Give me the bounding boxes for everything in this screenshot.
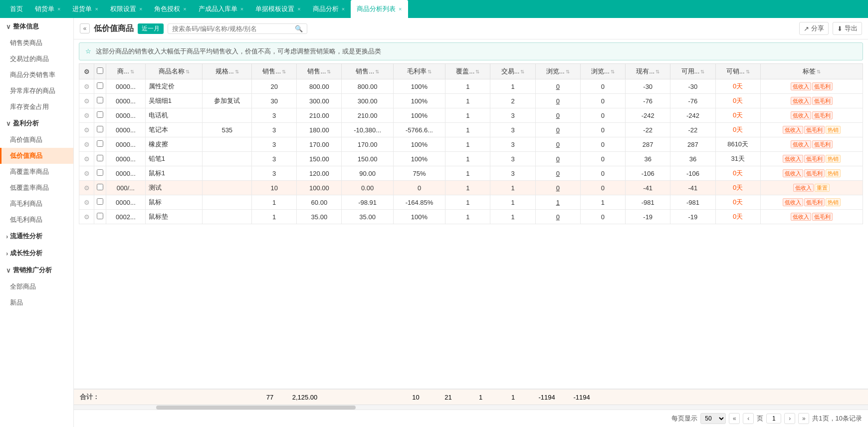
first-page-button[interactable]: «	[729, 413, 740, 424]
page-input[interactable]	[766, 414, 781, 424]
col-coverage[interactable]: 覆盖...⇅	[445, 64, 490, 79]
sidebar-group-title-profit[interactable]: ∨ 盈利分析	[0, 115, 73, 132]
row-checkbox[interactable]	[97, 82, 103, 89]
view-link[interactable]: 0	[556, 213, 560, 221]
sidebar-group-title-marketing[interactable]: ∨ 营销推广分析	[0, 262, 73, 279]
nav-item-analysis-list[interactable]: 商品分析列表 ×	[351, 0, 408, 18]
row-checkbox[interactable]	[97, 155, 103, 161]
sidebar-item-sales-products[interactable]: 销售类商品	[0, 35, 73, 51]
view-link[interactable]: 0	[556, 170, 560, 177]
cell-row-settings[interactable]: ⚙	[79, 123, 94, 137]
sidebar-item-traded-products[interactable]: 交易过的商品	[0, 51, 73, 67]
row-checkbox[interactable]	[97, 111, 103, 118]
cell-checkbox[interactable]	[94, 210, 106, 224]
view-link[interactable]: 0	[556, 184, 560, 192]
search-icon[interactable]: 🔍	[295, 25, 303, 32]
view-link[interactable]: 0	[556, 97, 560, 105]
nav-item-stock-in[interactable]: 产成品入库单 ×	[193, 0, 249, 18]
row-checkbox[interactable]	[97, 213, 103, 219]
cell-checkbox[interactable]	[94, 166, 106, 181]
cell-view1[interactable]: 0	[535, 166, 580, 181]
sidebar-item-high-margin[interactable]: 高毛利商品	[0, 196, 73, 212]
row-checkbox[interactable]	[97, 140, 103, 147]
cell-checkbox[interactable]	[94, 137, 106, 152]
row-checkbox[interactable]	[97, 184, 103, 190]
sidebar-item-high-value[interactable]: 高价值商品	[0, 132, 73, 148]
cell-checkbox[interactable]	[94, 79, 106, 94]
col-sale-profit[interactable]: 销售...⇅	[342, 64, 393, 79]
row-checkbox[interactable]	[97, 169, 103, 176]
sidebar-item-stock-funds[interactable]: 库存资金占用	[0, 99, 73, 115]
cell-view1[interactable]: 0	[535, 152, 580, 166]
sidebar-item-low-margin[interactable]: 低毛利商品	[0, 212, 73, 228]
collapse-button[interactable]: «	[80, 23, 90, 33]
col-usable[interactable]: 可用...⇅	[670, 64, 715, 79]
nav-item-permission[interactable]: 权限设置 ×	[104, 0, 148, 18]
sidebar-group-title-growth[interactable]: › 成长性分析	[0, 245, 73, 262]
cell-view1[interactable]: 0	[535, 181, 580, 195]
cell-checkbox[interactable]	[94, 195, 106, 210]
view-link[interactable]: 1	[556, 199, 560, 206]
cell-checkbox[interactable]	[94, 108, 106, 123]
sidebar-item-new-products[interactable]: 新品	[0, 295, 73, 311]
last-page-button[interactable]: »	[798, 413, 809, 424]
cell-view1[interactable]: 0	[535, 210, 580, 224]
col-margin[interactable]: 毛利率⇅	[393, 64, 445, 79]
export-button[interactable]: ⬇ 导出	[833, 22, 862, 35]
cell-row-settings[interactable]: ⚙	[79, 152, 94, 166]
nav-item-purchase[interactable]: 进货单 ×	[66, 0, 104, 18]
col-checkbox[interactable]	[94, 64, 106, 79]
sidebar-group-title-overall[interactable]: ∨ 整体信息	[0, 18, 73, 35]
cell-row-settings[interactable]: ⚙	[79, 94, 94, 108]
cell-row-settings[interactable]: ⚙	[79, 195, 94, 210]
cell-row-settings[interactable]: ⚙	[79, 181, 94, 195]
sidebar-item-high-coverage[interactable]: 高覆盖率商品	[0, 164, 73, 180]
cell-row-settings[interactable]: ⚙	[79, 108, 94, 123]
cell-view1[interactable]: 0	[535, 108, 580, 123]
nav-item-role[interactable]: 角色授权 ×	[148, 0, 192, 18]
cell-checkbox[interactable]	[94, 123, 106, 137]
filter-tag[interactable]: 近一月	[138, 23, 164, 34]
col-code[interactable]: 商...⇅	[106, 64, 146, 79]
nav-item-sales[interactable]: 销货单 ×	[29, 0, 66, 18]
search-input[interactable]	[172, 25, 293, 32]
page-size-select[interactable]: 50 100	[700, 413, 726, 424]
cell-checkbox[interactable]	[94, 181, 106, 195]
view-link[interactable]: 0	[556, 141, 560, 148]
nav-item-home[interactable]: 首页	[4, 0, 29, 18]
nav-item-template[interactable]: 单据模板设置 ×	[249, 0, 306, 18]
share-button[interactable]: ↗ 分享	[799, 22, 829, 35]
col-trade[interactable]: 交易...⇅	[490, 64, 535, 79]
cell-row-settings[interactable]: ⚙	[79, 166, 94, 181]
sidebar-item-category-rate[interactable]: 商品分类销售率	[0, 67, 73, 83]
cell-row-settings[interactable]: ⚙	[79, 79, 94, 94]
col-tags[interactable]: 标签⇅	[760, 64, 863, 79]
col-settings[interactable]: ⚙	[79, 64, 94, 79]
col-name[interactable]: 商品名称⇅	[145, 64, 203, 79]
cell-view1[interactable]: 0	[535, 123, 580, 137]
cell-view1[interactable]: 1	[535, 195, 580, 210]
col-view1[interactable]: 浏览...⇅	[535, 64, 580, 79]
col-spec[interactable]: 规格...⇅	[203, 64, 252, 79]
row-checkbox[interactable]	[97, 97, 103, 103]
cell-view1[interactable]: 0	[535, 94, 580, 108]
cell-row-settings[interactable]: ⚙	[79, 137, 94, 152]
cell-checkbox[interactable]	[94, 94, 106, 108]
cell-view1[interactable]: 0	[535, 79, 580, 94]
cell-checkbox[interactable]	[94, 152, 106, 166]
prev-page-button[interactable]: ‹	[743, 413, 754, 424]
view-link[interactable]: 0	[556, 126, 560, 134]
select-all-checkbox[interactable]	[97, 67, 103, 74]
col-view2[interactable]: 浏览...⇅	[580, 64, 625, 79]
sidebar-group-title-circulation[interactable]: › 流通性分析	[0, 228, 73, 245]
sidebar-item-all-products[interactable]: 全部商品	[0, 279, 73, 295]
sidebar-item-low-coverage[interactable]: 低覆盖率商品	[0, 180, 73, 196]
col-sale-qty[interactable]: 销售...⇅	[252, 64, 297, 79]
scrollbar-thumb[interactable]	[156, 406, 356, 410]
col-sellable[interactable]: 可销...⇅	[715, 64, 760, 79]
cell-row-settings[interactable]: ⚙	[79, 210, 94, 224]
cell-view1[interactable]: 0	[535, 137, 580, 152]
horizontal-scrollbar[interactable]	[74, 405, 868, 410]
view-link[interactable]: 0	[556, 112, 560, 119]
row-checkbox[interactable]	[97, 126, 103, 132]
